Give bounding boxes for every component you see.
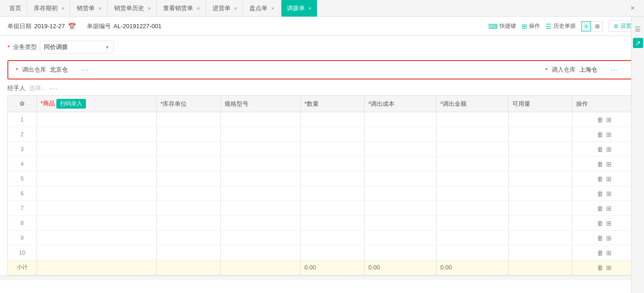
cell-avail[interactable]	[508, 201, 572, 216]
tab-view-sales[interactable]: 查看销货单 ×	[158, 0, 206, 17]
cell-avail[interactable]	[508, 231, 572, 245]
cell-qty[interactable]	[300, 216, 364, 231]
cell-unit[interactable]	[157, 157, 220, 171]
cell-cost[interactable]	[365, 127, 437, 142]
cell-product[interactable]	[36, 245, 157, 260]
cell-spec[interactable]	[220, 157, 300, 171]
operations-button[interactable]: ⊞ 操作	[522, 22, 540, 30]
copy-row-button[interactable]: ⊞	[606, 131, 612, 138]
cell-cost[interactable]	[365, 157, 437, 171]
cell-amount[interactable]	[436, 245, 508, 260]
cell-spec[interactable]	[220, 142, 300, 157]
cell-amount[interactable]	[436, 216, 508, 231]
cell-cost[interactable]	[365, 186, 437, 201]
cell-amount[interactable]	[436, 142, 508, 157]
cell-unit[interactable]	[157, 171, 220, 186]
warehouse-in-more-button[interactable]: ···	[611, 66, 619, 73]
cell-unit[interactable]	[157, 201, 220, 216]
copy-row-button[interactable]: ⊞	[606, 190, 612, 197]
tab-sales-history-close[interactable]: ×	[148, 6, 151, 11]
warehouse-out-more-button[interactable]: ···	[81, 66, 90, 73]
cell-spec[interactable]	[220, 201, 300, 216]
cell-qty[interactable]	[300, 201, 364, 216]
copy-row-button[interactable]: ⊞	[606, 220, 612, 227]
cell-unit[interactable]	[157, 186, 220, 201]
delete-row-button[interactable]: 🗑	[597, 175, 603, 183]
delete-row-button[interactable]: 🗑	[597, 264, 603, 271]
cell-qty[interactable]	[300, 171, 364, 186]
calendar-icon[interactable]: 📅	[68, 23, 76, 30]
cell-product[interactable]	[36, 171, 157, 186]
scroll-track[interactable]	[0, 275, 644, 280]
cell-spec[interactable]	[220, 186, 300, 201]
cell-cost[interactable]	[365, 231, 437, 245]
cell-amount[interactable]	[436, 157, 508, 171]
cell-qty[interactable]	[300, 186, 364, 201]
cell-product[interactable]	[36, 127, 157, 142]
cell-unit[interactable]	[157, 245, 220, 260]
sidebar-export-icon[interactable]: ↗	[633, 38, 643, 48]
tab-view-sales-close[interactable]: ×	[197, 6, 200, 11]
tab-sales-order[interactable]: 销货单 ×	[71, 0, 107, 17]
delete-row-button[interactable]: 🗑	[597, 116, 603, 123]
shortcuts-button[interactable]: ⌨ 快捷键	[488, 22, 516, 30]
cell-amount[interactable]	[436, 186, 508, 201]
cell-amount[interactable]	[436, 231, 508, 245]
cell-cost[interactable]	[365, 171, 437, 186]
cell-avail[interactable]	[508, 171, 572, 186]
copy-row-button[interactable]: ⊞	[606, 160, 612, 168]
cell-qty[interactable]	[300, 112, 364, 127]
copy-row-button[interactable]: ⊞	[606, 249, 612, 256]
delete-row-button[interactable]: 🗑	[597, 234, 603, 242]
cell-spec[interactable]	[220, 171, 300, 186]
cell-qty[interactable]	[300, 231, 364, 245]
copy-row-button[interactable]: ⊞	[606, 175, 612, 183]
col-gear[interactable]: ⚙	[8, 96, 36, 112]
layout-btn-grid[interactable]: ⊞	[592, 21, 603, 31]
cell-qty[interactable]	[300, 127, 364, 142]
cell-product[interactable]	[36, 157, 157, 171]
delete-row-button[interactable]: 🗑	[597, 220, 603, 227]
cell-spec[interactable]	[220, 112, 300, 127]
delete-row-button[interactable]: 🗑	[597, 205, 603, 212]
person-select[interactable]: 选择...	[29, 84, 46, 92]
cell-product[interactable]	[36, 216, 157, 231]
delete-row-button[interactable]: 🗑	[597, 190, 603, 197]
tab-home[interactable]: 首页	[4, 0, 27, 17]
cell-amount[interactable]	[436, 112, 508, 127]
cell-product[interactable]	[36, 186, 157, 201]
history-button[interactable]: ☰ 历史单据	[546, 22, 576, 30]
copy-row-button[interactable]: ⊞	[606, 234, 612, 242]
cell-product[interactable]	[36, 231, 157, 245]
scan-button[interactable]: 扫码录入	[56, 99, 86, 109]
delete-row-button[interactable]: 🗑	[597, 131, 603, 138]
window-close-button[interactable]: ×	[625, 4, 640, 12]
tab-sales-history[interactable]: 销货单历史 ×	[109, 0, 157, 17]
cell-spec[interactable]	[220, 216, 300, 231]
tab-transfer[interactable]: 调拨单 ×	[281, 0, 317, 17]
copy-row-button[interactable]: ⊞	[606, 116, 612, 123]
sidebar-list-icon[interactable]: ☰	[633, 24, 643, 34]
copy-row-button[interactable]: ⊞	[606, 264, 612, 271]
biz-type-select[interactable]: 同价调拨 ▼	[40, 41, 114, 54]
cell-amount[interactable]	[436, 201, 508, 216]
cell-unit[interactable]	[157, 112, 220, 127]
cell-cost[interactable]	[365, 216, 437, 231]
cell-unit[interactable]	[157, 142, 220, 157]
cell-cost[interactable]	[365, 142, 437, 157]
copy-row-button[interactable]: ⊞	[606, 146, 612, 153]
cell-avail[interactable]	[508, 245, 572, 260]
layout-btn-list[interactable]: ≡	[581, 21, 591, 31]
delete-row-button[interactable]: 🗑	[597, 160, 603, 168]
cell-spec[interactable]	[220, 231, 300, 245]
cell-product[interactable]	[36, 112, 157, 127]
tab-inventory-init-close[interactable]: ×	[61, 6, 64, 11]
cell-product[interactable]	[36, 201, 157, 216]
tab-transfer-close[interactable]: ×	[309, 6, 311, 11]
person-more-button[interactable]: ···	[50, 85, 58, 92]
cell-cost[interactable]	[365, 112, 437, 127]
cell-unit[interactable]	[157, 216, 220, 231]
cell-qty[interactable]	[300, 157, 364, 171]
cell-unit[interactable]	[157, 127, 220, 142]
tab-sales-order-close[interactable]: ×	[98, 6, 101, 11]
